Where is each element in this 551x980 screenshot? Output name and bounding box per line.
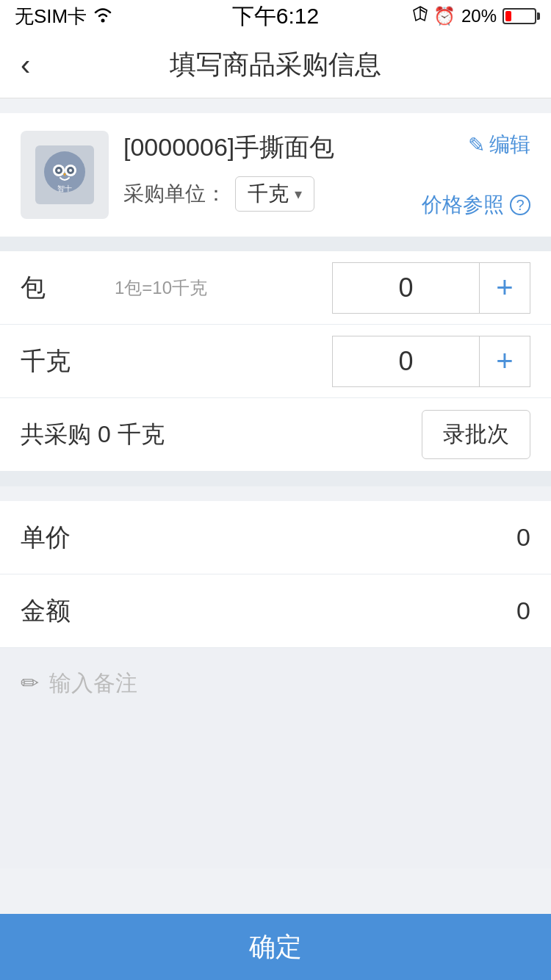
- help-icon: ?: [510, 195, 530, 215]
- unit-price-row: 单价 0: [0, 501, 551, 574]
- price-ref-label: 价格参照: [422, 191, 504, 219]
- edit-label: 编辑: [489, 131, 530, 159]
- product-card: 智十 [0000006]手撕面包 采购单位： 千克 ▾ ✎ 编辑 价格参照 ?: [0, 113, 551, 237]
- page-title: 填写商品采购信息: [170, 47, 381, 83]
- bag-label: 包: [21, 271, 109, 305]
- status-bar: 无SIM卡 下午6:12 ⏰ 20%: [0, 0, 551, 32]
- section-divider-1: [0, 237, 551, 251]
- product-logo: 智十: [43, 150, 87, 201]
- status-bar-left: 无SIM卡: [15, 4, 113, 29]
- confirm-bar[interactable]: 确定: [0, 914, 551, 980]
- kg-number-wrapper: +: [332, 336, 530, 387]
- status-bar-right: ⏰ 20%: [413, 6, 536, 26]
- svg-point-0: [101, 18, 105, 22]
- price-ref-button[interactable]: 价格参照 ?: [422, 191, 530, 219]
- edit-icon: ✎: [468, 133, 485, 157]
- back-button[interactable]: ‹: [21, 48, 30, 82]
- nav-bar: ‹ 填写商品采购信息: [0, 32, 551, 98]
- unit-label: 采购单位：: [123, 180, 226, 208]
- section-divider-2: [0, 472, 551, 486]
- svg-text:智十: 智十: [57, 184, 72, 192]
- kg-label: 千克: [21, 345, 109, 378]
- chevron-down-icon: ▾: [295, 185, 302, 203]
- amount-label: 金额: [21, 594, 516, 628]
- pencil-icon: ✏: [21, 670, 39, 696]
- bag-input-row: 包 1包=10千克 +: [0, 251, 551, 325]
- confirm-button[interactable]: 确定: [249, 929, 302, 965]
- edit-button[interactable]: ✎ 编辑: [468, 131, 530, 159]
- alarm-icon: ⏰: [433, 6, 455, 26]
- product-image: 智十: [21, 131, 109, 219]
- bag-number-wrapper: +: [332, 262, 530, 314]
- total-unit: 千克: [118, 421, 165, 447]
- svg-point-6: [57, 169, 60, 172]
- product-image-inner: 智十: [35, 145, 94, 204]
- location-icon: [413, 6, 428, 26]
- notes-section[interactable]: ✏ 输入备注: [0, 648, 551, 868]
- notes-inner: ✏ 输入备注: [21, 669, 530, 699]
- total-row: 共采购 0 千克 录批次: [0, 398, 551, 472]
- pricing-section: 单价 0 金额 0: [0, 501, 551, 648]
- bag-plus-button[interactable]: +: [479, 262, 530, 314]
- status-bar-time: 下午6:12: [232, 1, 319, 32]
- wifi-icon: [93, 5, 113, 28]
- total-text: 共采购 0 千克: [21, 419, 422, 451]
- kg-input[interactable]: [332, 336, 479, 387]
- bag-input[interactable]: [332, 262, 479, 314]
- svg-point-7: [69, 169, 72, 172]
- battery-fill: [505, 11, 511, 21]
- battery-icon: [503, 8, 536, 24]
- amount-row: 金额 0: [0, 574, 551, 648]
- total-amount: 0: [98, 421, 118, 447]
- main-content: 智十 [0000006]手撕面包 采购单位： 千克 ▾ ✎ 编辑 价格参照 ?: [0, 113, 551, 934]
- notes-placeholder: 输入备注: [49, 669, 137, 699]
- input-section: 包 1包=10千克 + 千克 + 共采购 0 千克 录批次: [0, 251, 551, 472]
- kg-input-row: 千克 +: [0, 325, 551, 398]
- bag-sublabel: 1包=10千克: [115, 276, 207, 300]
- total-prefix: 共采购: [21, 421, 98, 447]
- unit-price-value: 0: [516, 523, 530, 552]
- kg-plus-button[interactable]: +: [479, 336, 530, 387]
- unit-select[interactable]: 千克 ▾: [235, 176, 314, 212]
- record-batch-button[interactable]: 录批次: [422, 410, 530, 459]
- unit-price-label: 单价: [21, 521, 516, 555]
- battery-percentage: 20%: [461, 6, 497, 26]
- amount-value: 0: [516, 597, 530, 625]
- unit-value: 千克: [248, 180, 289, 208]
- carrier-label: 无SIM卡: [15, 4, 87, 29]
